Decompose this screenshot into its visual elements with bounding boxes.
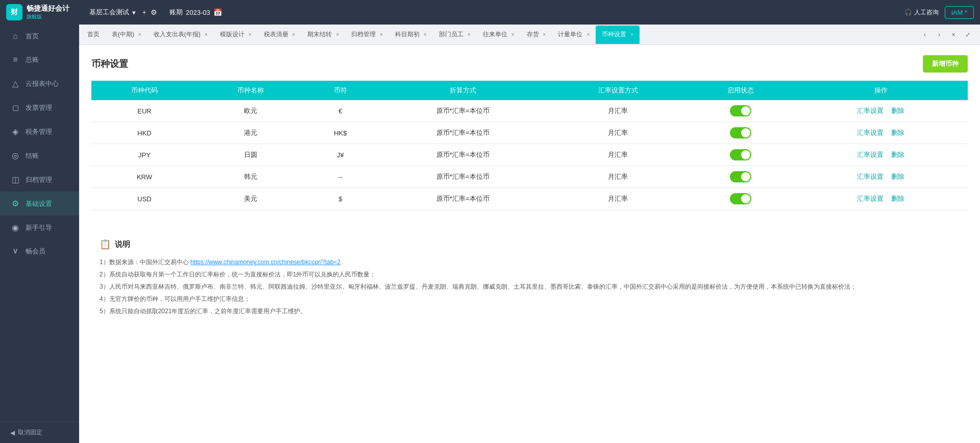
page-title: 币种设置 xyxy=(91,58,128,70)
close-icon[interactable]: × xyxy=(586,32,590,37)
cell-status xyxy=(688,166,794,188)
help-button[interactable]: 🎧 人工咨询 xyxy=(904,8,939,17)
sidebar-item-settings[interactable]: ⚙ 基础设置 xyxy=(0,192,79,216)
cell-name: 欧元 xyxy=(198,100,304,122)
pin-toggle[interactable]: ◀ 取消固定 xyxy=(0,422,79,443)
col-code: 币种代码 xyxy=(91,81,198,100)
rate-settings-link[interactable]: 汇率设置 xyxy=(857,129,884,136)
sidebar-item-member[interactable]: V 畅会员 xyxy=(0,240,79,263)
col-status: 启用状态 xyxy=(688,81,794,100)
tab-label: 首页 xyxy=(87,30,100,39)
col-actions: 操作 xyxy=(794,81,968,100)
sidebar-item-ledger[interactable]: ≡ 总账 xyxy=(0,48,79,72)
tab-label: 模版设计 xyxy=(220,30,244,39)
member-icon: V xyxy=(10,248,20,255)
enable-toggle[interactable] xyxy=(730,105,751,116)
account-button[interactable]: iAM * xyxy=(945,6,974,19)
tab-bar: 首页 表(中期) × 收入支出表(年报) × 模版设计 × 税表清册 × 期末结… xyxy=(79,25,980,45)
col-rate-method: 汇率设置方式 xyxy=(549,81,688,100)
close-icon[interactable]: × xyxy=(511,32,514,37)
close-icon[interactable]: × xyxy=(205,32,208,37)
delete-link[interactable]: 删除 xyxy=(891,151,904,158)
checkout-icon: ◎ xyxy=(10,151,20,160)
calendar-icon[interactable]: 📅 xyxy=(213,8,222,16)
cell-status xyxy=(688,188,794,210)
delete-link[interactable]: 删除 xyxy=(891,195,904,202)
close-icon[interactable]: × xyxy=(468,32,471,37)
sidebar-item-label: 新手引导 xyxy=(26,223,52,232)
delete-link[interactable]: 删除 xyxy=(891,107,904,114)
tab-next-button[interactable]: › xyxy=(933,29,945,41)
tab-expand-button[interactable]: ⤢ xyxy=(962,29,974,41)
cell-rate-method: 月汇率 xyxy=(549,144,688,166)
delete-link[interactable]: 删除 xyxy=(891,173,904,180)
pin-label: 取消固定 xyxy=(18,428,42,437)
close-icon[interactable]: × xyxy=(292,32,296,37)
notes-link[interactable]: https://www.chinamoney.com.cn/chinese/bk… xyxy=(190,259,340,266)
company-selector[interactable]: 基层工会测试 ▾ ＋ ⚙ xyxy=(85,6,161,19)
rate-settings-link[interactable]: 汇率设置 xyxy=(857,173,884,180)
sidebar-item-reports[interactable]: △ 云报表中心 xyxy=(0,72,79,96)
tab-label: 部门员工 xyxy=(439,30,463,39)
notes-title: 📋 说明 xyxy=(100,239,960,250)
archive-icon: ◫ xyxy=(10,175,20,184)
tab-units[interactable]: 计量单位 × xyxy=(552,26,596,44)
tab-template[interactable]: 模版设计 × xyxy=(214,26,258,44)
delete-link[interactable]: 删除 xyxy=(891,129,904,136)
tab-contacts[interactable]: 往来单位 × xyxy=(477,26,521,44)
tab-inventory[interactable]: 存货 × xyxy=(521,26,552,44)
sidebar-item-guide[interactable]: ◉ 新手引导 xyxy=(0,216,79,240)
sidebar-item-checkout[interactable]: ◎ 结账 xyxy=(0,144,79,168)
rate-settings-link[interactable]: 汇率设置 xyxy=(857,195,884,202)
close-icon[interactable]: × xyxy=(630,32,633,37)
period-label: 账期 xyxy=(169,8,183,17)
tab-tax-table[interactable]: 税表清册 × xyxy=(258,26,302,44)
cell-rate-method: 月汇率 xyxy=(549,166,688,188)
tab-prev-button[interactable]: ‹ xyxy=(919,29,931,41)
tab-annual-report[interactable]: 收入支出表(年报) × xyxy=(148,26,214,44)
tab-subject-init[interactable]: 科目期初 × xyxy=(389,26,433,44)
enable-toggle[interactable] xyxy=(730,193,751,204)
sidebar-item-invoice[interactable]: ◻ 发票管理 xyxy=(0,96,79,120)
tab-currency[interactable]: 币种设置 × xyxy=(596,26,640,44)
close-icon[interactable]: × xyxy=(543,32,546,37)
enable-toggle[interactable] xyxy=(730,171,751,182)
table-row: KRW 韩元 -- 原币*汇率=本位币 月汇率 汇率设置 删除 xyxy=(91,166,968,188)
tab-label: 科目期初 xyxy=(395,30,420,39)
tab-mid-report[interactable]: 表(中期) × xyxy=(106,26,148,44)
cell-code: EUR xyxy=(91,100,198,122)
cell-actions: 汇率设置 删除 xyxy=(794,100,968,122)
enable-toggle[interactable] xyxy=(730,127,751,138)
rate-settings-link[interactable]: 汇率设置 xyxy=(857,151,884,158)
close-icon[interactable]: × xyxy=(249,32,252,37)
enable-toggle[interactable] xyxy=(730,149,751,160)
reports-icon: △ xyxy=(10,79,20,88)
tab-period-end[interactable]: 期末结转 × xyxy=(301,26,345,44)
tab-close-all-button[interactable]: × xyxy=(947,29,960,41)
rate-settings-link[interactable]: 汇率设置 xyxy=(857,107,884,114)
cell-actions: 汇率设置 删除 xyxy=(794,122,968,144)
cell-code: USD xyxy=(91,188,198,210)
table-row: EUR 欧元 € 原币*汇率=本位币 月汇率 汇率设置 删除 xyxy=(91,100,968,122)
close-icon[interactable]: × xyxy=(336,32,339,37)
cell-status xyxy=(688,122,794,144)
tab-home[interactable]: 首页 xyxy=(81,26,106,44)
add-icon[interactable]: ＋ xyxy=(141,8,148,17)
settings-icon[interactable]: ⚙ xyxy=(151,8,157,16)
sidebar-item-tax[interactable]: ◈ 税务管理 xyxy=(0,120,79,144)
close-icon[interactable]: × xyxy=(380,32,383,37)
sidebar-item-archive[interactable]: ◫ 归档管理 xyxy=(0,168,79,192)
new-currency-button[interactable]: 新增币种 xyxy=(923,55,968,73)
close-icon[interactable]: × xyxy=(424,32,427,37)
close-icon[interactable]: × xyxy=(138,32,141,37)
tab-filing[interactable]: 归档管理 × xyxy=(345,26,389,44)
cell-actions: 汇率设置 删除 xyxy=(794,188,968,210)
sidebar-item-label: 首页 xyxy=(26,32,39,41)
settings-gear-icon: ⚙ xyxy=(10,199,20,208)
tab-dept-staff[interactable]: 部门员工 × xyxy=(433,26,477,44)
cell-method: 原币*汇率=本位币 xyxy=(377,188,549,210)
cell-symbol: € xyxy=(304,100,377,122)
sidebar-item-label: 税务管理 xyxy=(26,127,52,136)
sidebar-item-home[interactable]: ⌂ 首页 xyxy=(0,25,79,48)
table-row: JPY 日圆 J¥ 原币*汇率=本位币 月汇率 汇率设置 删除 xyxy=(91,144,968,166)
